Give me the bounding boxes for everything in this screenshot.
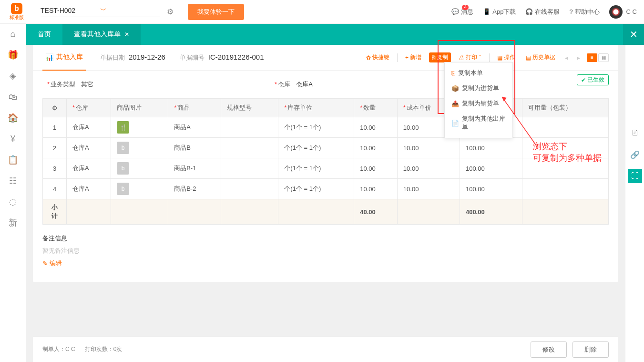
remarks-edit-button[interactable]: ✎ 编辑: [42, 259, 609, 268]
cell-warehouse: 仓库A: [67, 117, 111, 138]
cell-image: b: [111, 179, 168, 199]
cell-product: 商品B-2: [168, 179, 221, 199]
clipboard-icon[interactable]: 📋: [8, 155, 18, 165]
messages-link[interactable]: 💬 消息 4: [451, 8, 473, 16]
cell-qty: 10.00: [354, 117, 398, 138]
dropdown-copy-sales[interactable]: 📤复制为销货单: [445, 96, 512, 111]
note-icon[interactable]: 🖹: [628, 126, 642, 140]
new-icon[interactable]: 新: [8, 217, 18, 228]
col-unit: *库存单位: [278, 99, 354, 117]
next-icon[interactable]: ▸: [575, 54, 582, 62]
view-list-icon[interactable]: ≡: [587, 53, 597, 62]
cell-amount: 100.00: [460, 138, 522, 158]
top-header: b 标准版 TEST-H002 ﹀ ⚙ 我要体验一下 💬 消息 4 📱 App下…: [0, 0, 644, 24]
table-wrapper: ⚙ *仓库 商品图片 *商品 规格型号 *库存单位 *数量 *成本单价 *成本金…: [33, 93, 618, 229]
table-row[interactable]: 4仓库Ab商品B-2个(1个 = 1个)10.0010.00100.00: [43, 179, 609, 199]
document-card: 📊 其他入库 单据日期2019-12-26 单据编号IC-20191226-00…: [33, 45, 618, 282]
cell-price: 10.00: [397, 138, 460, 158]
remarks-title: 备注信息: [42, 234, 609, 243]
cell-unit: 个(1个 = 1个): [278, 179, 354, 199]
headset-icon: 🎧: [525, 8, 533, 15]
chat-icon: 💬: [451, 8, 459, 15]
cell-price: 10.00: [397, 158, 460, 179]
table-row[interactable]: 2仓库Ab商品B个(1个 = 1个)10.0010.00100.00: [43, 138, 609, 158]
biz-type-field: *业务类型 其它: [47, 80, 93, 89]
close-icon[interactable]: ✕: [124, 31, 129, 38]
circle-icon[interactable]: ◌: [8, 197, 18, 207]
gift-icon[interactable]: 🎁: [8, 50, 18, 60]
dropdown-copy-other-out[interactable]: 📄复制为其他出库单: [445, 111, 512, 135]
view-toggle: ≡ ▦: [587, 53, 609, 62]
cell-image: b: [111, 138, 168, 158]
diamond-icon[interactable]: ◈: [8, 71, 18, 81]
status-badge: ✔ 已生效: [577, 74, 609, 85]
warehouse-field: *仓库 仓库A: [275, 80, 313, 89]
cell-warehouse: 仓库A: [67, 138, 111, 158]
tab-home[interactable]: 首页: [26, 24, 62, 45]
print-button[interactable]: 🖨 打印 ˅: [456, 52, 484, 62]
money-icon[interactable]: ¥: [8, 134, 18, 144]
org-selector[interactable]: TEST-H002 ﹀: [41, 6, 160, 17]
col-gear[interactable]: ⚙: [43, 99, 67, 117]
table-row[interactable]: 3仓库Ab商品B-1个(1个 = 1个)10.0010.00100.00: [43, 158, 609, 179]
online-service-link[interactable]: 🎧 在线客服: [525, 8, 560, 16]
copy-icon: ⎘: [451, 70, 455, 77]
home-icon[interactable]: ⌂: [8, 29, 18, 39]
cell-image: 🍴: [111, 117, 168, 138]
help-center-link[interactable]: ? 帮助中心: [569, 8, 599, 16]
cell-available: [522, 117, 609, 138]
card-tab[interactable]: 📊 其他入库: [42, 45, 86, 71]
cell-spec: [221, 117, 278, 138]
history-button[interactable]: ▤ 历史单据: [523, 52, 558, 62]
logo-edition: 标准版: [10, 14, 24, 21]
cell-warehouse: 仓库A: [67, 158, 111, 179]
cell-qty: 10.00: [354, 179, 398, 199]
table-row[interactable]: 1仓库A🍴商品A个(1个 = 1个)10.0010.00100.00: [43, 117, 609, 138]
prev-icon[interactable]: ◂: [563, 54, 570, 62]
cell-product: 商品B: [168, 138, 221, 158]
col-image: 商品图片: [111, 99, 168, 117]
cell-qty: 10.00: [354, 138, 398, 158]
col-qty: *数量: [354, 99, 398, 117]
phone-icon: 📱: [483, 8, 491, 15]
sales-icon: 📤: [451, 100, 459, 107]
doc-code: 单据编号IC-20191226-001: [180, 53, 264, 62]
card-tab-title: 其他入库: [56, 53, 83, 62]
link-icon[interactable]: 🔗: [628, 147, 642, 162]
tab-bar-close-icon[interactable]: ✕: [623, 24, 644, 45]
app-download-link[interactable]: 📱 App下载: [483, 8, 516, 16]
copy-button[interactable]: ⎘ 复制: [429, 52, 451, 62]
expand-icon[interactable]: ⛶: [628, 169, 642, 183]
avatar[interactable]: [609, 5, 623, 19]
delete-button[interactable]: 删除: [572, 341, 609, 358]
copy-dropdown: ⎘复制本单 📦复制为进货单 📤复制为销货单 📄复制为其他出库单: [444, 62, 513, 138]
row-num: 4: [43, 179, 67, 199]
cell-qty: 10.00: [354, 158, 398, 179]
tab-current[interactable]: 查看其他入库单 ✕: [62, 24, 141, 45]
logo[interactable]: b 标准版: [7, 2, 26, 21]
subtotal-qty: 40.00: [354, 199, 398, 225]
house-icon[interactable]: 🏠: [8, 113, 18, 123]
table-header-row: ⚙ *仓库 商品图片 *商品 规格型号 *库存单位 *数量 *成本单价 *成本金…: [43, 99, 609, 117]
shortcut-button[interactable]: ✿ 快捷键: [363, 52, 392, 62]
modify-button[interactable]: 修改: [531, 341, 567, 358]
chevron-down-icon: ﹀: [100, 6, 160, 15]
doc-date: 单据日期2019-12-26: [100, 53, 165, 62]
dropdown-copy-this[interactable]: ⎘复制本单: [445, 65, 512, 81]
messages-badge: 4: [462, 5, 469, 10]
new-button[interactable]: + 新增: [402, 52, 424, 62]
gear-icon[interactable]: ⚙: [167, 7, 174, 16]
cell-unit: 个(1个 = 1个): [278, 117, 354, 138]
cta-button[interactable]: 我要体验一下: [188, 4, 244, 20]
contact-icon[interactable]: ☷: [8, 176, 18, 186]
view-grid-icon[interactable]: ▦: [598, 53, 609, 62]
dropdown-copy-purchase[interactable]: 📦复制为进货单: [445, 81, 512, 96]
cell-warehouse: 仓库A: [67, 179, 111, 199]
left-sidebar: ⌂ 🎁 ◈ 🛍 🏠 ¥ 📋 ☷ ◌ 新: [0, 24, 26, 362]
form-row: *业务类型 其它 *仓库 仓库A: [33, 71, 618, 93]
operate-button[interactable]: ▦ 操作: [494, 52, 518, 62]
cell-unit: 个(1个 = 1个): [278, 158, 354, 179]
annotation-text: 浏览态下 可复制为多种单据: [533, 141, 602, 164]
bag-icon[interactable]: 🛍: [8, 92, 18, 102]
cell-unit: 个(1个 = 1个): [278, 138, 354, 158]
